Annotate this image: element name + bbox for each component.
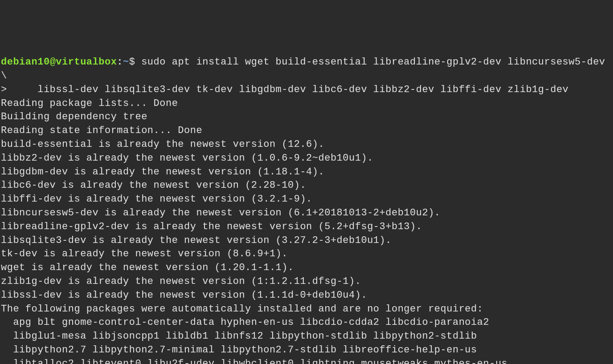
output-line: Reading state information... Done [1, 125, 202, 136]
output-line: libffi-dev is already the newest version… [1, 194, 312, 205]
prompt-path: ~ [123, 57, 129, 68]
prompt-dollar: $ [129, 57, 141, 68]
output-line: libglu1-mesa libjsoncpp1 libldb1 libnfs1… [1, 331, 477, 342]
output-line: Building dependency tree [1, 111, 147, 122]
output-line: build-essential is already the newest ve… [1, 139, 324, 150]
output-line: The following packages were automaticall… [1, 303, 483, 315]
continuation-line: > libssl-dev libsqlite3-dev tk-dev libgd… [1, 84, 568, 95]
output-line: apg blt gnome-control-center-data hyphen… [1, 317, 489, 328]
output-line: libbz2-dev is already the newest version… [1, 153, 373, 164]
output-line: libreadline-gplv2-dev is already the new… [1, 221, 422, 232]
output-line: tk-dev is already the newest version (8.… [1, 248, 288, 259]
output-line: libpython2.7 libpython2.7-minimal libpyt… [1, 344, 477, 356]
prompt-at: @ [50, 57, 56, 68]
terminal-window[interactable]: debian10@virtualbox:~$ sudo apt install … [1, 56, 612, 364]
prompt-line: debian10@virtualbox:~$ sudo apt install … [1, 57, 611, 81]
output-line: Reading package lists... Done [1, 98, 178, 109]
command-text-line2: libssl-dev libsqlite3-dev tk-dev libgdbm… [37, 84, 568, 95]
output-line: zlib1g-dev is already the newest version… [1, 276, 361, 287]
prompt-host: virtualbox [56, 57, 117, 68]
continuation-prompt: > [1, 84, 37, 95]
output-line: libncursesw5-dev is already the newest v… [1, 207, 441, 218]
output-line: libgdbm-dev is already the newest versio… [1, 166, 324, 178]
output-line: libsqlite3-dev is already the newest ver… [1, 235, 392, 246]
output-line: wget is already the newest version (1.20… [1, 262, 294, 273]
output-line: libtalloc2 libtevent0 libu2f-udev libwbc… [1, 358, 507, 364]
output-line: libssl-dev is already the newest version… [1, 290, 367, 301]
prompt-colon: : [117, 57, 123, 68]
output-line: libc6-dev is already the newest version … [1, 180, 306, 191]
prompt-user: debian10 [1, 57, 50, 68]
